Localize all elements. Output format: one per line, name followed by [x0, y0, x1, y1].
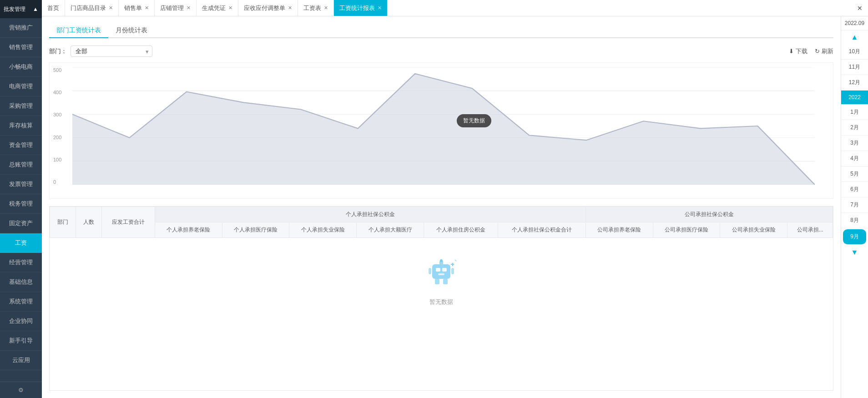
- chart-no-data-tooltip: 暂无数据: [457, 114, 491, 127]
- sub-tab-dept-stats[interactable]: 部门工资统计表: [49, 24, 108, 38]
- sidebar-item-finance[interactable]: 资金管理: [0, 136, 42, 155]
- date-panel-jan[interactable]: 1月: [841, 105, 868, 120]
- th-personal-total: 个人承担社保公积金合计: [498, 222, 585, 238]
- table-container: 部门 人数 应发工资合计 个人承担社保公积金 公司承担社保公积金 个人承担养老保…: [49, 206, 833, 391]
- sidebar-item-basic[interactable]: 基础信息: [0, 272, 42, 292]
- close-tab-payroll-table[interactable]: ✕: [324, 5, 328, 11]
- refresh-icon: ↻: [815, 48, 820, 55]
- sidebar-item-enterprise[interactable]: 企业协同: [0, 312, 42, 331]
- sidebar-item-ecommerce[interactable]: 电商管理: [0, 77, 42, 96]
- date-panel-nav-up[interactable]: ▲: [841, 30, 868, 44]
- date-panel-dec[interactable]: 12月: [841, 75, 868, 91]
- toolbar: 部门： 全部 ⬇ 下载 ↻ 刷新: [49, 45, 833, 57]
- date-panel-sep[interactable]: 9月: [843, 229, 866, 245]
- date-panel: 2022.09 ▲ 10月 11月 12月 2022 1月 2月 3月 4月 5…: [841, 16, 868, 398]
- th-company-medical: 公司承担医疗保险: [653, 222, 720, 238]
- dept-select[interactable]: 全部: [71, 45, 152, 57]
- tab-receivable[interactable]: 应收应付调整单 ✕: [238, 0, 298, 16]
- th-group-company: 公司承担社保公积金: [585, 207, 833, 222]
- th-dept: 部门: [50, 207, 76, 238]
- sidebar-toggle-icon: ▲: [33, 6, 38, 12]
- th-company-unemployment: 公司承担失业保险: [720, 222, 787, 238]
- tab-home[interactable]: 首页: [42, 0, 65, 16]
- y-axis-labels: 500 400 300 200 100 0: [53, 67, 61, 185]
- date-panel-nav-down[interactable]: ▼: [841, 246, 868, 259]
- sidebar-item-ecommerce-small[interactable]: 小畅电商: [0, 57, 42, 77]
- gear-icon: ⚙: [18, 387, 24, 393]
- sidebar: 批发管理 ▲ 营销推广 销售管理 小畅电商 电商管理 采购管理 库存核算 资金管…: [0, 0, 42, 398]
- th-personal-large-medical: 个人承担大额医疗: [357, 222, 424, 238]
- svg-rect-7: [432, 264, 450, 279]
- date-panel-oct[interactable]: 10月: [841, 44, 868, 60]
- sidebar-item-assets[interactable]: 固定资产: [0, 214, 42, 233]
- sidebar-item-purchase[interactable]: 采购管理: [0, 96, 42, 116]
- sidebar-item-system[interactable]: 系统管理: [0, 292, 42, 312]
- sidebar-item-invoice[interactable]: 发票管理: [0, 175, 42, 194]
- close-tab-payroll-report[interactable]: ✕: [378, 5, 382, 11]
- content-area: 部门工资统计表 月份统计表 部门： 全部: [42, 16, 868, 398]
- close-tab-receivable[interactable]: ✕: [288, 5, 292, 11]
- date-panel-mar[interactable]: 3月: [841, 136, 868, 151]
- toolbar-right: ⬇ 下载 ↻ 刷新: [789, 47, 833, 55]
- date-panel-feb[interactable]: 2月: [841, 120, 868, 136]
- sidebar-settings[interactable]: ⚙: [0, 382, 42, 398]
- th-company-more: 公司承担...: [787, 222, 833, 238]
- date-panel-may[interactable]: 5月: [841, 166, 868, 182]
- tab-product[interactable]: 门店商品目录 ✕: [65, 0, 119, 16]
- main-area: 首页 门店商品目录 ✕ 销售单 ✕ 店铺管理 ✕ 生成凭证 ✕ 应收应付调整单 …: [42, 0, 868, 398]
- tab-generate-voucher[interactable]: 生成凭证 ✕: [197, 0, 238, 16]
- sidebar-item-marketing[interactable]: 营销推广: [0, 18, 42, 38]
- svg-point-12: [440, 259, 443, 262]
- sidebar-item-guide[interactable]: 新手引导: [0, 331, 42, 351]
- svg-rect-10: [438, 273, 444, 275]
- th-group-personal: 个人承担社保公积金: [155, 207, 586, 222]
- tab-payroll-report[interactable]: 工资统计报表 ✕: [334, 0, 388, 16]
- chart-svg: [72, 67, 815, 185]
- close-tab-store-mgmt[interactable]: ✕: [187, 5, 191, 11]
- th-total-wage: 应发工资合计: [101, 207, 155, 238]
- sub-tab-monthly-stats[interactable]: 月份统计表: [108, 24, 155, 38]
- sidebar-item-operations[interactable]: 经营管理: [0, 253, 42, 272]
- th-personal-unemployment: 个人承担失业保险: [289, 222, 357, 238]
- th-personal-medical: 个人承担医疗保险: [222, 222, 289, 238]
- date-panel-aug[interactable]: 8月: [841, 213, 868, 228]
- download-button[interactable]: ⬇ 下载: [789, 47, 807, 55]
- close-tab-sales-order[interactable]: ✕: [145, 5, 149, 11]
- sidebar-header[interactable]: 批发管理 ▲: [0, 0, 42, 18]
- date-panel-jul[interactable]: 7月: [841, 197, 868, 213]
- sidebar-item-ledger[interactable]: 总账管理: [0, 155, 42, 175]
- data-table: 部门 人数 应发工资合计 个人承担社保公积金 公司承担社保公积金 个人承担养老保…: [50, 207, 833, 238]
- tab-sales-order[interactable]: 销售单 ✕: [119, 0, 155, 16]
- svg-marker-6: [72, 74, 815, 185]
- th-company-pension: 公司承担养老保险: [585, 222, 653, 238]
- date-panel-jun[interactable]: 6月: [841, 182, 868, 197]
- tab-payroll-table[interactable]: 工资表 ✕: [298, 0, 334, 16]
- sidebar-item-inventory[interactable]: 库存核算: [0, 116, 42, 136]
- sidebar-title: 批发管理: [4, 5, 25, 13]
- tab-store-mgmt[interactable]: 店铺管理 ✕: [155, 0, 197, 16]
- refresh-button[interactable]: ↻ 刷新: [815, 47, 833, 55]
- svg-line-19: [455, 260, 456, 261]
- dept-select-wrapper: 全部: [71, 45, 152, 57]
- svg-rect-9: [442, 268, 447, 272]
- svg-rect-15: [435, 279, 439, 284]
- th-personal-pension: 个人承担养老保险: [155, 222, 222, 238]
- table-scroll[interactable]: 部门 人数 应发工资合计 个人承担社保公积金 公司承担社保公积金 个人承担养老保…: [50, 207, 833, 238]
- svg-rect-16: [443, 279, 448, 284]
- svg-rect-8: [436, 268, 440, 272]
- tab-bar-close-all[interactable]: ✕: [852, 5, 868, 12]
- sidebar-item-cloud[interactable]: 云应用: [0, 351, 42, 370]
- date-panel-apr[interactable]: 4月: [841, 151, 868, 166]
- svg-rect-13: [429, 268, 431, 274]
- sidebar-item-tax[interactable]: 税务管理: [0, 194, 42, 214]
- sidebar-item-payroll[interactable]: 工资: [0, 233, 42, 253]
- close-tab-product[interactable]: ✕: [109, 5, 113, 11]
- th-headcount: 人数: [76, 207, 101, 238]
- date-panel-year-label: 2022.09: [841, 16, 868, 30]
- close-tab-generate-voucher[interactable]: ✕: [228, 5, 232, 11]
- sidebar-item-sales[interactable]: 销售管理: [0, 38, 42, 57]
- date-panel-year-2022[interactable]: 2022: [841, 91, 868, 105]
- empty-state: 暂无数据: [50, 238, 833, 324]
- download-icon: ⬇: [789, 48, 794, 55]
- date-panel-nov[interactable]: 11月: [841, 60, 868, 75]
